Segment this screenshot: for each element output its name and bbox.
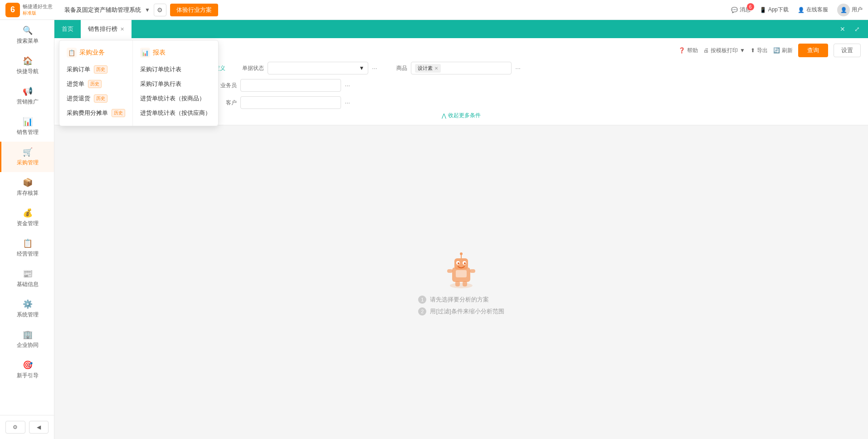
svg-rect-9 [447,269,453,273]
system-dropdown-btn[interactable]: ▼ [145,7,150,13]
service-icon: 👤 [798,7,805,13]
help-btn[interactable]: ❓ 帮助 [678,47,698,54]
tab-close-icon[interactable]: ✕ [120,26,124,32]
goods-ellipsis-btn[interactable]: ··· [515,64,521,72]
history-badge: 历史 [94,94,107,103]
empty-tips: 1 请先选择要分析的方案 2 用[过滤]条件来缩小分析范围 [418,296,504,316]
dropdown-item-purchase-in[interactable]: 进货单 历史 [59,77,132,91]
empty-illustration [441,249,482,290]
history-badge: 历史 [112,109,125,117]
goods-tag-close[interactable]: ✕ [434,66,438,71]
svg-rect-12 [463,281,467,286]
tab-bar-actions: ✕ ⤢ [832,24,868,35]
sidebar-item-label: 系统管理 [17,311,39,319]
dropdown-item-order-exec[interactable]: 采购订单执行表 [133,77,218,91]
customer-input[interactable] [240,96,341,109]
sidebar-item-label: 搜索菜单 [17,37,39,45]
filter-group-doc-status: 单据状态 ▼ ··· [241,62,377,74]
sidebar-item-label: 企业协同 [17,341,39,349]
purchase-order-label: 采购订单 [67,65,90,74]
dropdown-item-order-stats[interactable]: 采购订单统计表 [133,62,218,77]
app-download-action[interactable]: 📱 App下载 [760,6,789,14]
dropdown-item-in-stats-goods[interactable]: 进货单统计表（按商品） [133,91,218,106]
enterprise-icon: 🏢 [23,330,33,340]
inventory-icon: 📦 [23,178,33,187]
sidebar-item-purchase[interactable]: 🛒 采购管理 [0,142,54,172]
system-settings-btn[interactable]: ⚙ [154,4,166,16]
empty-tip-1: 1 请先选择要分析的方案 [418,296,504,304]
sidebar-item-label: 快捷导航 [17,68,39,75]
salesman-input[interactable] [240,79,341,92]
sidebar-item-guide[interactable]: 🎯 新手引导 [0,355,54,385]
dropdown-header-icon-purchase: 📋 [67,48,77,58]
sidebar-item-operation[interactable]: 📋 经营管理 [0,233,54,263]
online-service-action[interactable]: 👤 在线客服 [798,6,828,14]
sidebar-item-finance[interactable]: 💰 资金管理 [0,202,54,233]
collapse-btn[interactable]: ⋀ 收起更多条件 [442,112,481,119]
svg-point-8 [460,252,463,255]
tab-expand-btn[interactable]: ⤢ [852,24,863,35]
sidebar-item-sales[interactable]: 📊 销售管理 [0,111,54,142]
sidebar-item-inventory[interactable]: 📦 库存核算 [0,172,54,202]
sidebar-collapse-btn[interactable]: ◀ [29,421,49,434]
dropdown-item-purchase-return[interactable]: 进货退货 历史 [59,91,132,106]
svg-rect-10 [470,269,475,273]
settings-btn[interactable]: 设置 [834,44,861,57]
svg-rect-11 [455,281,460,286]
order-exec-label: 采购订单执行表 [140,80,181,88]
sidebar-item-label: 采购管理 [17,159,39,167]
refresh-btn[interactable]: 🔄 刷新 [773,47,793,54]
salesman-ellipsis-btn[interactable]: ··· [345,82,350,89]
dropdown-item-purchase-order[interactable]: 采购订单 历史 [59,62,132,77]
message-icon: 💬 [731,7,738,13]
dropdown-col-purchase: 📋 采购业务 采购订单 历史 进货单 历史 进货退货 历史 采购费用分摊单 历史 [59,40,133,126]
export-btn[interactable]: ⬆ 导出 [751,47,768,54]
avatar-icon: 👤 [840,7,847,13]
print-btn[interactable]: 🖨 按模板打印 ▼ [703,47,745,54]
dropdown-item-in-stats-supplier[interactable]: 进货单统计表（按供应商） [133,106,218,120]
logo-text: 畅捷通好生意 [23,3,53,10]
sidebar-item-label: 营销推广 [17,98,39,106]
sidebar-settings-btn[interactable]: ⚙ [5,421,25,434]
chevron-down-icon: ▼ [359,65,364,71]
query-btn[interactable]: 查询 [798,44,828,57]
message-action[interactable]: 💬 消息 6 [731,6,751,14]
tab-close-all-btn[interactable]: ✕ [837,24,848,35]
in-stats-supplier-label: 进货单统计表（按供应商） [140,109,211,117]
dropdown-item-purchase-expense[interactable]: 采购费用分摊单 历史 [59,106,132,120]
tab-home[interactable]: 首页 [54,20,81,38]
sidebar-item-quick-nav[interactable]: 🏠 快捷导航 [0,50,54,81]
system-icon: ⚙️ [23,299,33,309]
user-action[interactable]: 👤 用户 [837,4,863,16]
tip-num-1: 1 [418,296,426,304]
customer-ellipsis-btn[interactable]: ··· [345,99,350,106]
online-service-label: 在线客服 [806,6,828,14]
export-icon: ⬆ [751,47,755,54]
finance-icon: 💰 [23,208,33,218]
logo-badge: 标准版 [23,10,53,16]
sidebar-item-search[interactable]: 🔍 搜索菜单 [0,20,54,50]
phone-icon: 📱 [760,7,766,13]
tab-bar: 首页 销售排行榜 ✕ ✕ ⤢ [54,20,868,38]
sales-icon: 📊 [23,117,33,127]
goods-input[interactable]: 设计素 ✕ [411,62,512,74]
history-badge: 历史 [88,80,102,88]
app-download-label: App下载 [768,6,789,14]
sidebar-item-marketing[interactable]: 📢 营销推广 [0,81,54,111]
doc-status-select[interactable]: ▼ [268,62,368,74]
sidebar-item-basic-info[interactable]: 📰 基础信息 [0,263,54,294]
goods-label: 商品 [385,64,407,72]
logo-icon: 6 [5,3,20,17]
in-stats-goods-label: 进货单统计表（按商品） [140,94,205,103]
refresh-icon: 🔄 [773,47,780,54]
industry-btn[interactable]: 体验行业方案 [170,4,218,16]
basic-info-icon: 📰 [23,269,33,279]
order-stats-label: 采购订单统计表 [140,65,181,74]
doc-status-ellipsis-btn[interactable]: ··· [372,64,377,72]
sidebar-item-enterprise[interactable]: 🏢 企业协同 [0,324,54,355]
tip-num-2: 2 [418,307,426,316]
sidebar-item-system[interactable]: ⚙️ 系统管理 [0,294,54,324]
tab-sales-rank[interactable]: 销售排行榜 ✕ [81,20,132,38]
content-body: 1 请先选择要分析的方案 2 用[过滤]条件来缩小分析范围 [54,125,868,439]
empty-tip-2: 2 用[过滤]条件来缩小分析范围 [418,307,504,316]
